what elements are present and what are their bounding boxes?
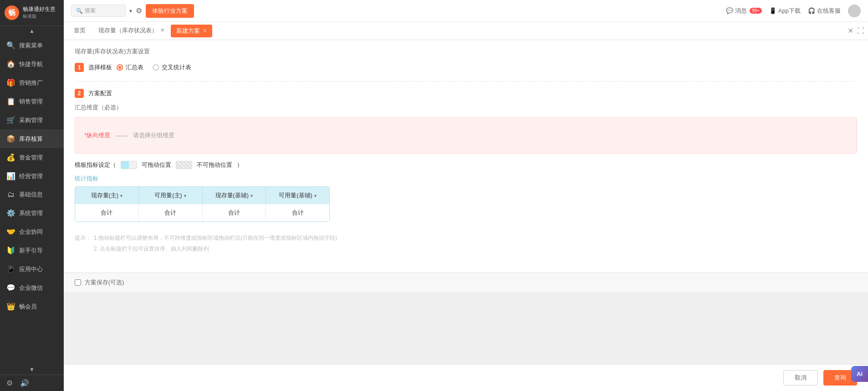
chart-icon: 📊: [6, 172, 15, 180]
cancel-button[interactable]: 取消: [783, 370, 818, 386]
non-draggable-indicator-box: [176, 161, 192, 169]
ai-float-button[interactable]: Ai: [851, 366, 868, 382]
tab-home-label: 首页: [74, 26, 86, 35]
template-indicator-prefix: 模板指标设定（: [75, 161, 116, 169]
hint-spacer: [75, 243, 91, 254]
hints-section: 提示： 1.拖动标题栏可以调整布局，不可跨维度或指标区域拖动栏目(只能在同一维度…: [75, 232, 857, 254]
sidebar-nav: 🔍 搜索菜单 🏠 快捷导航 🎁 营销推广 📋 销售管理 🛒 采购管理 📦 库存核…: [0, 36, 64, 365]
tab-close-window-btn[interactable]: ✕: [848, 26, 853, 35]
col1-chevron-icon: ▾: [120, 193, 123, 198]
save-checkbox[interactable]: [75, 279, 81, 286]
radio-cross-label: 交叉统计表: [162, 63, 191, 72]
stats-col4-data: 合计: [266, 204, 329, 221]
sidebar-item-basic-info[interactable]: 🗂 基础信息: [0, 185, 64, 204]
tab-new-plan-close-icon[interactable]: ✕: [203, 28, 207, 34]
stats-col2-header[interactable]: 可用量(主) ▾: [139, 187, 203, 204]
sidebar-item-label: 经营管理: [19, 172, 43, 180]
sidebar-item-app-center[interactable]: 📱 应用中心: [0, 260, 64, 278]
settings-panel: 现存量(库存状况表)方案设置 1 选择模板 汇总表 交叉统计表: [64, 40, 868, 273]
sidebar-item-label: 采购管理: [19, 116, 43, 124]
sidebar-item-search[interactable]: 🔍 搜索菜单: [0, 36, 64, 55]
step2-number: 2: [75, 89, 84, 98]
sidebar-item-purchase[interactable]: 🛒 采购管理: [0, 111, 64, 129]
volume-icon[interactable]: 🔊: [20, 379, 29, 387]
hint-prefix: 提示：: [75, 232, 91, 243]
radio-cross[interactable]: 交叉统计表: [153, 63, 191, 72]
settings-gear-icon[interactable]: ⚙: [136, 6, 142, 15]
sidebar-scroll-up[interactable]: ▲: [0, 26, 64, 36]
sidebar-item-system[interactable]: ⚙️ 系统管理: [0, 204, 64, 222]
dimension-selection-area[interactable]: *纵向维度 —— 请选择分组维度: [75, 117, 857, 154]
gear-icon: ⚙️: [6, 209, 15, 217]
trial-industry-button[interactable]: 体验行业方案: [146, 4, 194, 18]
sidebar-scroll-down[interactable]: ▼: [0, 365, 64, 375]
sidebar: 畅 畅康通好生意 标准版 ▲ 🔍 搜索菜单 🏠 快捷导航 🎁 营销推广 📋 销售…: [0, 0, 64, 391]
tab-home[interactable]: 首页: [67, 23, 92, 39]
topbar: 🔍 搜索 ▾ ⚙ 体验行业方案 💬 消息 99+ 📱 App下载 🎧 在线客服: [64, 0, 868, 22]
tab-expand-btn[interactable]: ⛶: [857, 27, 864, 35]
hint-item-1: 2. 点击标题栏下拉可设置排序、插入列和删除列: [94, 243, 209, 254]
crown-icon: 👑: [6, 302, 15, 311]
search-box[interactable]: 🔍 搜索: [71, 5, 126, 17]
stats-data-row: 合计 合计 合计 合计: [75, 204, 329, 221]
sidebar-item-label: 畅会员: [19, 303, 37, 311]
sidebar-item-inventory[interactable]: 📦 库存核算: [0, 129, 64, 148]
sidebar-bottom: ⚙ 🔊: [0, 375, 64, 391]
sidebar-item-operation[interactable]: 📊 经营管理: [0, 167, 64, 185]
tab-inventory-close-icon[interactable]: ✕: [160, 27, 164, 33]
hint-prefix-row: 提示： 1.拖动标题栏可以调整布局，不可跨维度或指标区域拖动栏目(只能在同一维度…: [75, 232, 857, 243]
online-service-btn[interactable]: 🎧 在线客服: [808, 7, 841, 15]
tab-inventory[interactable]: 现存量（库存状况表） ✕: [92, 23, 171, 39]
stats-col1-label: 现存量(主): [91, 191, 119, 200]
sidebar-item-wechat[interactable]: 💬 企业微信: [0, 278, 64, 297]
stats-col3-label: 现存量(基辅): [215, 191, 249, 200]
app-download-btn[interactable]: 📱 App下载: [769, 7, 801, 15]
search-icon-small: 🔍: [76, 8, 83, 14]
money-icon: 💰: [6, 153, 15, 162]
app-name: 畅康通好生意: [23, 6, 56, 13]
step1-number: 1: [75, 63, 84, 72]
tab-inventory-label: 现存量（库存状况表）: [98, 26, 158, 35]
sidebar-item-vip[interactable]: 👑 畅会员: [0, 297, 64, 316]
main-container: 🔍 搜索 ▾ ⚙ 体验行业方案 💬 消息 99+ 📱 App下载 🎧 在线客服: [64, 0, 868, 391]
stats-header-row: 现存量(主) ▾ 可用量(主) ▾ 现存量(基辅) ▾: [75, 187, 329, 204]
template-indicator-suffix: ）: [237, 161, 243, 169]
sidebar-item-guide[interactable]: 🔰 新手引导: [0, 241, 64, 260]
step2-header: 2 方案配置: [75, 89, 857, 98]
box-icon: 📦: [6, 134, 15, 143]
sidebar-item-quick-nav[interactable]: 🏠 快捷导航: [0, 55, 64, 73]
stats-col1-header[interactable]: 现存量(主) ▾: [75, 187, 139, 204]
stats-table: 现存量(主) ▾ 可用量(主) ▾ 现存量(基辅) ▾: [75, 186, 330, 222]
radio-summary-label: 汇总表: [126, 63, 143, 72]
dimension-row: *纵向维度 —— 请选择分组维度: [84, 131, 174, 139]
save-option-row: 方案保存(可选): [64, 273, 868, 292]
sidebar-item-label: 库存核算: [19, 135, 43, 143]
stats-col4-header[interactable]: 可用量(基辅) ▾: [266, 187, 329, 204]
draggable-indicator-label: 可拖动位置: [142, 161, 171, 169]
stats-col3-header[interactable]: 现存量(基辅) ▾: [203, 187, 266, 204]
col4-chevron-icon: ▾: [314, 193, 317, 198]
step2-title: 方案配置: [88, 89, 112, 98]
sidebar-item-finance[interactable]: 💰 资金管理: [0, 148, 64, 167]
dropdown-icon[interactable]: ▾: [129, 8, 132, 14]
stats-col2-label: 可用量(主): [154, 191, 182, 200]
user-avatar[interactable]: [848, 5, 861, 17]
message-label: 消息: [735, 7, 747, 15]
sidebar-item-sales[interactable]: 📋 销售管理: [0, 92, 64, 111]
radio-summary[interactable]: 汇总表: [117, 63, 143, 72]
sidebar-item-cooperation[interactable]: 🤝 企业协同: [0, 222, 64, 241]
page-title: 现存量(库存状况表)方案设置: [75, 47, 857, 56]
step1-section: 1 选择模板 汇总表 交叉统计表: [75, 63, 857, 72]
tab-bar: 首页 现存量（库存状况表） ✕ 新建方案 ✕ ✕ ⛶: [64, 22, 868, 40]
sidebar-item-marketing[interactable]: 🎁 营销推广: [0, 73, 64, 92]
search-icon: 🔍: [6, 41, 15, 50]
online-service-label: 在线客服: [817, 7, 841, 15]
tab-new-plan[interactable]: 新建方案 ✕: [171, 25, 212, 37]
settings-icon[interactable]: ⚙: [6, 379, 13, 387]
app-logo-icon: 畅: [5, 5, 19, 20]
sidebar-logo: 畅 畅康通好生意 标准版: [0, 0, 64, 26]
tab-new-plan-label: 新建方案: [176, 27, 200, 35]
save-option-label: 方案保存(可选): [85, 278, 124, 287]
sidebar-item-label: 销售管理: [19, 98, 43, 106]
message-btn[interactable]: 💬 消息 99+: [726, 7, 762, 15]
